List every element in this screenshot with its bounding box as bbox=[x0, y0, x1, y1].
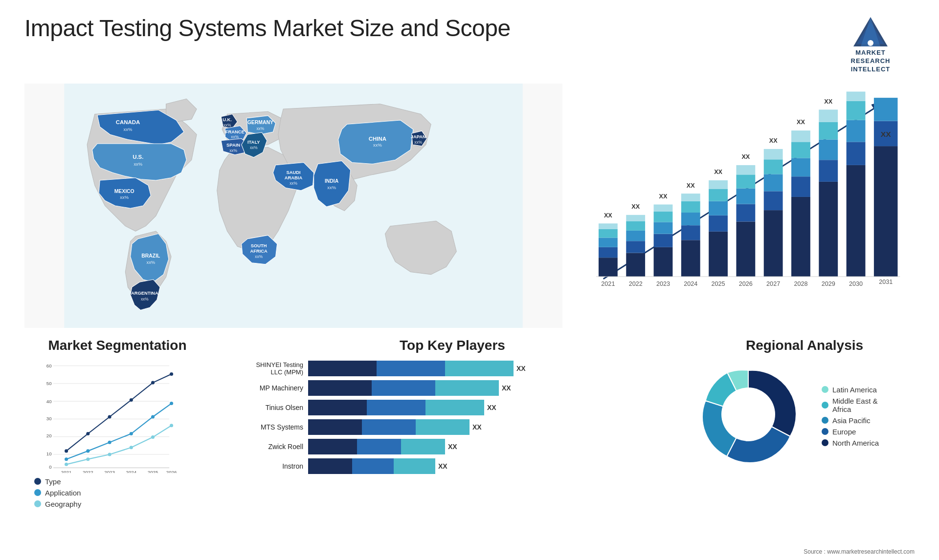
svg-point-138 bbox=[130, 398, 133, 402]
svg-text:XX: XX bbox=[824, 98, 832, 105]
svg-point-135 bbox=[65, 449, 68, 452]
player-xx: XX bbox=[448, 443, 457, 451]
donut-chart bbox=[694, 361, 802, 468]
svg-text:2022: 2022 bbox=[629, 280, 643, 287]
svg-rect-42 bbox=[599, 229, 618, 237]
type-dot bbox=[34, 478, 41, 485]
legend-asia-pacific: Asia Pacific bbox=[822, 416, 879, 425]
player-name: MP Machinery bbox=[220, 384, 303, 392]
svg-text:XX: XX bbox=[604, 212, 612, 218]
svg-rect-55 bbox=[654, 222, 673, 234]
segmentation-chart: 60 50 40 30 20 10 0 2021 2022 bbox=[24, 361, 210, 473]
svg-rect-109 bbox=[874, 146, 898, 277]
regional-container: Regional Analysis bbox=[694, 338, 915, 523]
svg-point-136 bbox=[86, 432, 89, 435]
player-xx: XX bbox=[472, 423, 482, 431]
player-row: Tinius Olsen XX bbox=[220, 400, 685, 415]
svg-text:xx%: xx% bbox=[255, 254, 263, 259]
svg-rect-89 bbox=[791, 176, 810, 197]
geography-label: Geography bbox=[45, 500, 81, 508]
player-xx: XX bbox=[502, 384, 511, 392]
svg-rect-83 bbox=[764, 174, 783, 191]
svg-rect-74 bbox=[736, 221, 755, 277]
svg-text:U.K.: U.K. bbox=[223, 117, 232, 122]
europe-dot bbox=[822, 428, 828, 435]
segmentation-container: Market Segmentation 60 50 40 30 20 10 0 bbox=[24, 338, 210, 523]
player-name: Tinius Olsen bbox=[220, 404, 303, 411]
latin-america-dot bbox=[822, 386, 828, 393]
svg-text:xx%: xx% bbox=[124, 127, 133, 132]
svg-text:GERMANY: GERMANY bbox=[247, 120, 273, 125]
bottom-section: Market Segmentation 60 50 40 30 20 10 0 bbox=[24, 338, 915, 523]
logo-icon bbox=[851, 15, 890, 49]
key-players-title: Top Key Players bbox=[220, 338, 685, 353]
svg-text:XX: XX bbox=[714, 169, 722, 175]
svg-rect-41 bbox=[599, 237, 618, 247]
svg-rect-57 bbox=[654, 204, 673, 212]
player-name: Instron bbox=[220, 462, 303, 470]
svg-text:2023: 2023 bbox=[656, 280, 670, 287]
bar-chart-container: XX 2021 XX 2022 bbox=[572, 84, 915, 328]
svg-point-151 bbox=[151, 435, 155, 439]
svg-text:2028: 2028 bbox=[794, 280, 807, 287]
segmentation-legend: Type Application Geography bbox=[24, 477, 210, 508]
svg-point-152 bbox=[170, 424, 173, 427]
svg-text:2030: 2030 bbox=[849, 280, 863, 287]
svg-point-148 bbox=[86, 457, 89, 461]
north-america-label: North America bbox=[832, 439, 879, 447]
svg-text:MEXICO: MEXICO bbox=[114, 189, 134, 194]
svg-text:2023: 2023 bbox=[104, 469, 115, 473]
player-xx: XX bbox=[438, 462, 447, 470]
svg-text:2031: 2031 bbox=[879, 278, 893, 285]
svg-point-140 bbox=[170, 372, 173, 376]
svg-rect-91 bbox=[791, 142, 810, 158]
svg-point-141 bbox=[65, 457, 68, 461]
svg-text:JAPAN: JAPAN bbox=[411, 134, 426, 139]
svg-text:2022: 2022 bbox=[83, 469, 93, 473]
svg-text:FRANCE: FRANCE bbox=[225, 129, 245, 134]
svg-rect-53 bbox=[654, 247, 673, 276]
svg-text:2026: 2026 bbox=[739, 280, 753, 287]
legend-europe: Europe bbox=[822, 428, 879, 436]
source-text: Source : www.marketresearchintellect.com bbox=[804, 548, 915, 555]
svg-text:10: 10 bbox=[46, 451, 52, 456]
svg-rect-50 bbox=[626, 215, 645, 221]
svg-text:xx%: xx% bbox=[414, 140, 422, 145]
svg-rect-75 bbox=[736, 204, 755, 221]
svg-point-146 bbox=[170, 402, 173, 405]
svg-text:2024: 2024 bbox=[126, 469, 136, 473]
svg-text:2021: 2021 bbox=[601, 280, 615, 287]
player-bar: XX bbox=[308, 361, 685, 376]
svg-text:2021: 2021 bbox=[61, 469, 72, 473]
svg-rect-97 bbox=[819, 139, 838, 160]
svg-text:xx%: xx% bbox=[290, 181, 297, 186]
svg-text:XX: XX bbox=[631, 203, 640, 210]
svg-rect-104 bbox=[847, 120, 866, 142]
svg-rect-77 bbox=[736, 174, 755, 188]
svg-rect-69 bbox=[709, 201, 728, 215]
svg-text:XX: XX bbox=[769, 137, 778, 144]
svg-text:60: 60 bbox=[46, 363, 52, 368]
legend-geography: Geography bbox=[34, 500, 210, 508]
page-title: Impact Testing Systems Market Size and S… bbox=[24, 15, 511, 42]
key-players-container: Top Key Players SHINYEI TestingLLC (MPM)… bbox=[220, 338, 685, 523]
svg-rect-84 bbox=[764, 159, 783, 174]
svg-text:2024: 2024 bbox=[684, 280, 697, 287]
svg-rect-88 bbox=[791, 197, 810, 277]
svg-rect-64 bbox=[681, 194, 700, 201]
svg-point-153 bbox=[721, 388, 775, 441]
player-bar: XX bbox=[308, 439, 685, 454]
player-xx: XX bbox=[516, 365, 526, 372]
svg-text:xx%: xx% bbox=[146, 259, 155, 264]
svg-text:xx%: xx% bbox=[373, 143, 382, 148]
application-dot bbox=[34, 489, 41, 496]
geography-dot bbox=[34, 500, 41, 507]
svg-text:SOUTH: SOUTH bbox=[251, 243, 267, 248]
player-row: Instron XX bbox=[220, 458, 685, 474]
svg-rect-81 bbox=[764, 210, 783, 277]
svg-rect-49 bbox=[626, 221, 645, 230]
svg-text:ARGENTINA: ARGENTINA bbox=[131, 291, 158, 296]
svg-text:30: 30 bbox=[46, 416, 52, 421]
svg-text:2025: 2025 bbox=[712, 280, 725, 287]
svg-point-149 bbox=[108, 452, 112, 456]
